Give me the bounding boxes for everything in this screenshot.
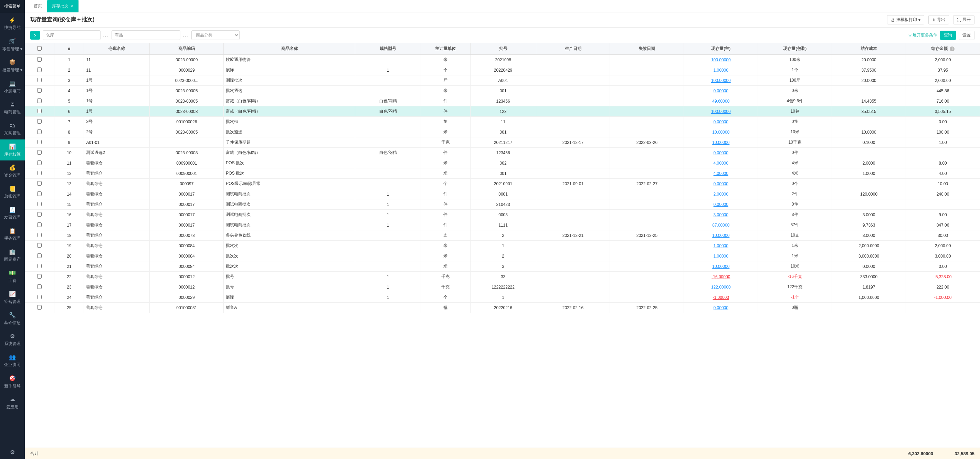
row-select-0[interactable] bbox=[37, 57, 41, 62]
row-checkbox-5[interactable] bbox=[25, 107, 54, 117]
row-qty-19[interactable]: 1.00000 bbox=[684, 251, 758, 261]
row-checkbox-0[interactable] bbox=[25, 55, 54, 65]
row-qty-11[interactable]: 4.00000 bbox=[684, 168, 758, 179]
row-select-22[interactable] bbox=[37, 284, 41, 289]
sidebar-logo[interactable]: 搜索菜单 bbox=[0, 0, 25, 13]
sidebar-item-basic-info[interactable]: 🔧 基础信息 bbox=[0, 308, 25, 329]
row-select-1[interactable] bbox=[37, 67, 41, 72]
sidebar-item-guide[interactable]: 🎯 新手引导 bbox=[0, 371, 25, 392]
row-checkbox-9[interactable] bbox=[25, 148, 54, 158]
sidebar-item-quick-nav[interactable]: ⚡ 快捷导航 bbox=[0, 13, 25, 34]
row-select-4[interactable] bbox=[37, 99, 41, 103]
row-qty-0[interactable]: 100.00000 bbox=[684, 55, 758, 65]
row-checkbox-22[interactable] bbox=[25, 282, 54, 292]
row-checkbox-6[interactable] bbox=[25, 117, 54, 127]
row-checkbox-21[interactable] bbox=[25, 272, 54, 282]
query-button[interactable]: 查询 bbox=[940, 31, 956, 40]
row-select-20[interactable] bbox=[37, 264, 41, 268]
row-checkbox-16[interactable] bbox=[25, 220, 54, 230]
row-checkbox-15[interactable] bbox=[25, 210, 54, 220]
row-qty-20[interactable]: 10.00000 bbox=[684, 261, 758, 272]
export-button[interactable]: ⬆ 导出 bbox=[928, 15, 949, 24]
row-qty-7[interactable]: 10.00000 bbox=[684, 127, 758, 137]
row-select-7[interactable] bbox=[37, 129, 41, 134]
sidebar-item-ledger[interactable]: 📒 总账管理 bbox=[0, 182, 25, 203]
sidebar-item-wholesale[interactable]: 📦 批发管理 ▾ bbox=[0, 55, 25, 76]
row-select-13[interactable] bbox=[37, 191, 41, 196]
row-qty-14[interactable]: 0.00000 bbox=[684, 199, 758, 210]
row-qty-12[interactable]: 0.00000 bbox=[684, 179, 758, 189]
row-select-15[interactable] bbox=[37, 212, 41, 217]
sidebar-item-purchase[interactable]: 🛍 采购管理 bbox=[0, 118, 25, 139]
row-select-5[interactable] bbox=[37, 109, 41, 113]
select-all-checkbox[interactable] bbox=[37, 46, 41, 51]
warehouse-filter-input[interactable] bbox=[43, 30, 100, 40]
row-qty-4[interactable]: 49.60000 bbox=[684, 96, 758, 107]
row-checkbox-1[interactable] bbox=[25, 65, 54, 75]
row-checkbox-13[interactable] bbox=[25, 189, 54, 199]
row-qty-23[interactable]: -1.00000 bbox=[684, 292, 758, 303]
print-template-button[interactable]: 🖨 按模板打印 ▾ bbox=[887, 15, 924, 24]
row-select-24[interactable] bbox=[37, 305, 41, 309]
row-checkbox-10[interactable] bbox=[25, 158, 54, 168]
tab-inventory-batch[interactable]: 库存批次 ✕ bbox=[47, 0, 79, 13]
row-select-21[interactable] bbox=[37, 274, 41, 279]
sidebar-item-assets[interactable]: 🏢 固定资产 bbox=[0, 245, 25, 266]
row-qty-2[interactable]: 100.00000 bbox=[684, 75, 758, 86]
row-checkbox-23[interactable] bbox=[25, 292, 54, 303]
row-checkbox-12[interactable] bbox=[25, 179, 54, 189]
row-qty-13[interactable]: 2.00000 bbox=[684, 189, 758, 199]
row-qty-21[interactable]: -16.00000 bbox=[684, 272, 758, 282]
row-select-11[interactable] bbox=[37, 171, 41, 175]
sidebar-item-cloud[interactable]: ☁ 云应用 bbox=[0, 392, 25, 413]
product-filter-input[interactable] bbox=[111, 30, 180, 40]
row-select-17[interactable] bbox=[37, 233, 41, 237]
row-select-10[interactable] bbox=[37, 161, 41, 165]
sidebar-item-tax[interactable]: 📋 税务管理 bbox=[0, 224, 25, 245]
row-checkbox-14[interactable] bbox=[25, 199, 54, 210]
row-select-18[interactable] bbox=[37, 243, 41, 247]
row-checkbox-7[interactable] bbox=[25, 127, 54, 137]
value-info-icon[interactable]: i bbox=[950, 46, 955, 51]
expand-button[interactable]: ⛶ 展开 bbox=[953, 15, 975, 24]
row-select-19[interactable] bbox=[37, 253, 41, 258]
row-qty-24[interactable]: 0.00000 bbox=[684, 303, 758, 313]
row-checkbox-8[interactable] bbox=[25, 137, 54, 148]
row-checkbox-20[interactable] bbox=[25, 261, 54, 272]
sidebar-item-system[interactable]: ⚙ 系统管理 bbox=[0, 329, 25, 350]
row-qty-9[interactable]: 0.00000 bbox=[684, 148, 758, 158]
sidebar-item-ecommerce[interactable]: 🖥 电商管理 bbox=[0, 97, 25, 118]
row-checkbox-11[interactable] bbox=[25, 168, 54, 179]
row-qty-6[interactable]: 0.00000 bbox=[684, 117, 758, 127]
row-select-2[interactable] bbox=[37, 78, 41, 82]
row-qty-16[interactable]: 87.00000 bbox=[684, 220, 758, 230]
tab-home[interactable]: 首页 bbox=[29, 0, 47, 13]
sidebar-item-operations[interactable]: 📈 经营管理 bbox=[0, 287, 25, 308]
row-qty-5[interactable]: 100.00000 bbox=[684, 107, 758, 117]
row-checkbox-17[interactable] bbox=[25, 230, 54, 241]
sidebar-item-invoice[interactable]: 🧾 发票管理 bbox=[0, 203, 25, 224]
row-select-3[interactable] bbox=[37, 88, 41, 92]
sidebar-item-inventory[interactable]: 📊 库存核算 bbox=[0, 139, 25, 161]
table-container[interactable]: # 仓库名称 商品编码 商品名称 规格型号 主计量单位 批号 生产日期 失效日期… bbox=[25, 43, 980, 448]
row-select-12[interactable] bbox=[37, 181, 41, 186]
row-select-8[interactable] bbox=[37, 140, 41, 144]
row-checkbox-3[interactable] bbox=[25, 86, 54, 96]
category-filter-select[interactable]: 商品分类 bbox=[191, 30, 240, 40]
row-select-16[interactable] bbox=[37, 222, 41, 227]
row-select-9[interactable] bbox=[37, 150, 41, 155]
settings-button[interactable]: 设置 bbox=[959, 31, 975, 40]
row-checkbox-2[interactable] bbox=[25, 75, 54, 86]
row-checkbox-24[interactable] bbox=[25, 303, 54, 313]
filter-expand-btn[interactable]: > bbox=[30, 31, 40, 40]
row-qty-1[interactable]: 1.00000 bbox=[684, 65, 758, 75]
row-select-14[interactable] bbox=[37, 202, 41, 206]
row-qty-3[interactable]: 0.00000 bbox=[684, 86, 758, 96]
row-qty-8[interactable]: 10.00000 bbox=[684, 137, 758, 148]
row-select-23[interactable] bbox=[37, 295, 41, 299]
row-select-6[interactable] bbox=[37, 119, 41, 124]
settings-gear-icon[interactable]: ⚙ bbox=[0, 446, 25, 459]
row-qty-18[interactable]: 1.00000 bbox=[684, 241, 758, 251]
sidebar-item-finance[interactable]: 💰 资金管理 bbox=[0, 161, 25, 182]
row-qty-15[interactable]: 3.00000 bbox=[684, 210, 758, 220]
